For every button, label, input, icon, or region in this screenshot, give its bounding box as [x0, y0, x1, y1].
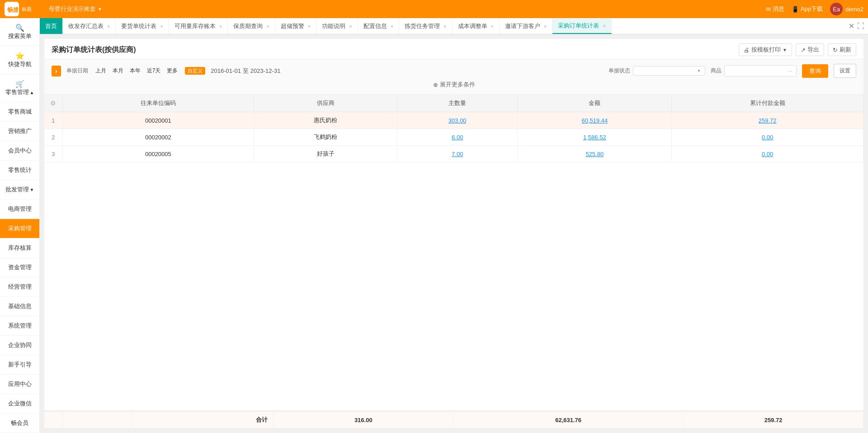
custom-date-tag[interactable]: 自定义: [185, 67, 205, 75]
tab-requisition[interactable]: 要货单统计表 ×: [116, 18, 169, 34]
cell-qty[interactable]: 7.00: [397, 146, 518, 162]
expand-btn[interactable]: ⊕ 展开更多条件: [433, 81, 475, 89]
refresh-label: 刷新: [840, 46, 851, 54]
footer-amount: 62,631.76: [453, 412, 684, 428]
cell-qty[interactable]: 303.00: [397, 112, 518, 129]
footer-row: 合计 316.00 62,631.76 259.72: [44, 412, 863, 428]
cell-amount[interactable]: 60,519.44: [518, 112, 672, 129]
date-start[interactable]: 2016-01-01: [211, 67, 241, 74]
sidebar-item-member[interactable]: 会员中心: [0, 141, 39, 161]
shortcut-more[interactable]: 更多: [165, 66, 179, 76]
qty-link[interactable]: 303.00: [448, 117, 467, 124]
sidebar-item-search[interactable]: 🔍 搜索英单: [0, 18, 39, 46]
shortcut-7days[interactable]: 近7天: [145, 66, 163, 76]
tab-collect-summary[interactable]: 收发存汇总表 ×: [63, 18, 116, 34]
tab-close-all-btn[interactable]: ✕: [849, 22, 854, 30]
cell-qty[interactable]: 6.00: [397, 129, 518, 146]
paid-link[interactable]: 259.72: [759, 117, 777, 124]
tab-close-shelf[interactable]: ×: [266, 24, 269, 29]
tab-close-purchase[interactable]: ×: [603, 23, 605, 29]
page-content: 采购订单统计表(按供应商) 🖨 按模板打印 ▼ ↗ 导出 ↻: [40, 34, 868, 433]
tab-shelf-life[interactable]: 保质期查询 ×: [228, 18, 275, 34]
app-download-btn[interactable]: 📱 App下载: [792, 5, 823, 13]
amount-link[interactable]: 525.80: [585, 151, 604, 157]
amount-link[interactable]: 60,519.44: [581, 117, 608, 124]
export-btn[interactable]: ↗ 导出: [796, 43, 824, 56]
page-title: 采购订单统计表(按供应商): [52, 45, 136, 55]
qty-link[interactable]: 6.00: [452, 134, 463, 141]
cell-paid[interactable]: 0.00: [672, 146, 863, 162]
filter-toggle-btn[interactable]: ›: [52, 66, 61, 76]
tab-close-overstock[interactable]: ×: [308, 24, 311, 29]
table-body: 100020001惠氏奶粉303.0060,519.44259.72200020…: [44, 112, 863, 162]
message-btn[interactable]: ✉ 消息: [766, 5, 784, 13]
print-btn[interactable]: 🖨 按模板打印 ▼: [739, 43, 792, 56]
sidebar-item-newguide[interactable]: 新手引导: [0, 355, 39, 375]
tab-invite[interactable]: 邀请下游客户 ×: [500, 18, 552, 34]
sidebar-item-system[interactable]: 系统管理: [0, 316, 39, 336]
tab-maximize-btn[interactable]: ⛶: [857, 22, 864, 30]
sidebar-item-purchase[interactable]: 采购管理: [0, 219, 39, 238]
tab-close-cost[interactable]: ×: [491, 24, 494, 29]
settings-icon[interactable]: ⚙: [50, 100, 56, 107]
sidebar-item-appcenter[interactable]: 应用中心: [0, 375, 39, 394]
user-area[interactable]: Ea demo2: [830, 3, 863, 15]
sidebar-item-basic[interactable]: 基础信息: [0, 297, 39, 316]
cell-amount[interactable]: 1,586.52: [518, 129, 672, 146]
status-label: 单据状态: [609, 67, 630, 75]
table-area[interactable]: ⚙ 往来单位编码 供应商 主数量: [44, 95, 863, 410]
paid-link[interactable]: 0.00: [762, 134, 773, 141]
tab-available-stock[interactable]: 可用量库存账本 ×: [169, 18, 228, 34]
sidebar-item-inventory[interactable]: 库存核算: [0, 238, 39, 258]
sidebar-item-ecommerce[interactable]: 电商管理: [0, 200, 39, 219]
sidebar-item-shortcut[interactable]: ⭐ 快捷导航: [0, 46, 39, 74]
topbar-right: ✉ 消息 📱 App下载 Ea demo2: [766, 3, 863, 15]
sidebar-item-wholesale[interactable]: 批发管理 ▼: [0, 180, 39, 200]
cell-paid[interactable]: 259.72: [672, 112, 863, 129]
amount-link[interactable]: 1,586.52: [583, 134, 606, 141]
shortcut-last-month[interactable]: 上月: [94, 66, 108, 76]
tab-close-pick[interactable]: ×: [443, 24, 446, 29]
tab-overstock[interactable]: 超储预警 ×: [275, 18, 316, 34]
refresh-btn[interactable]: ↻ 刷新: [828, 43, 856, 56]
tab-purchase-summary[interactable]: 采购订单统计表 ×: [552, 18, 611, 34]
tab-close-config[interactable]: ×: [391, 24, 393, 29]
tab-pick-task[interactable]: 拣货任务管理 ×: [399, 18, 452, 34]
tab-close-invite[interactable]: ×: [544, 24, 547, 29]
tab-close-stock[interactable]: ×: [219, 24, 222, 29]
sidebar-item-retail-shop[interactable]: 零售商城: [0, 102, 39, 122]
table-row: 300020005好孩子7.00525.800.00: [44, 146, 863, 162]
tab-func-desc[interactable]: 功能说明 ×: [316, 18, 358, 34]
tab-home[interactable]: 首页: [40, 18, 63, 34]
sidebar-item-operation[interactable]: 经营管理: [0, 277, 39, 297]
tab-close-req[interactable]: ×: [160, 24, 163, 29]
shortcut-this-year[interactable]: 本年: [128, 66, 142, 76]
paid-link[interactable]: 0.00: [762, 151, 773, 157]
expand-label: 展开更多条件: [440, 81, 475, 89]
cell-paid[interactable]: 0.00: [672, 129, 863, 146]
sidebar-item-member2[interactable]: 畅会员: [0, 414, 39, 433]
query-btn[interactable]: 查询: [802, 64, 828, 78]
qty-link[interactable]: 7.00: [452, 151, 463, 157]
tab-close-func[interactable]: ×: [349, 24, 352, 29]
col-settings[interactable]: ⚙: [44, 95, 62, 112]
goods-input[interactable]: ···: [724, 65, 797, 76]
sidebar-item-retail[interactable]: 🛒 零售管理 ▲: [0, 74, 39, 102]
sidebar-item-collab[interactable]: 企业协同: [0, 336, 39, 355]
sidebar-item-retail-stat[interactable]: 零售统计: [0, 161, 39, 180]
workspace-selector[interactable]: 母婴行业演示账套 ▼: [49, 5, 761, 13]
shortcut-this-month[interactable]: 本月: [111, 66, 125, 76]
tab-config-label: 配置信息: [363, 22, 387, 30]
date-end[interactable]: 2023-12-31: [250, 67, 281, 74]
status-select[interactable]: ▼: [633, 66, 705, 76]
tab-config[interactable]: 配置信息 ×: [358, 18, 399, 34]
sidebar-item-finance[interactable]: 资金管理: [0, 258, 39, 277]
tab-close-collect[interactable]: ×: [107, 24, 110, 29]
tab-bar: 首页 收发存汇总表 × 要货单统计表 × 可用量库存账本 × 保质期查询 × 超…: [40, 18, 868, 34]
settings-btn[interactable]: 设置: [834, 64, 856, 78]
table-row: 100020001惠氏奶粉303.0060,519.44259.72: [44, 112, 863, 129]
cell-amount[interactable]: 525.80: [518, 146, 672, 162]
tab-cost-adjust[interactable]: 成本调整单 ×: [453, 18, 500, 34]
sidebar-item-wechat[interactable]: 企业微信: [0, 394, 39, 414]
sidebar-item-marketing[interactable]: 营销推广: [0, 122, 39, 141]
